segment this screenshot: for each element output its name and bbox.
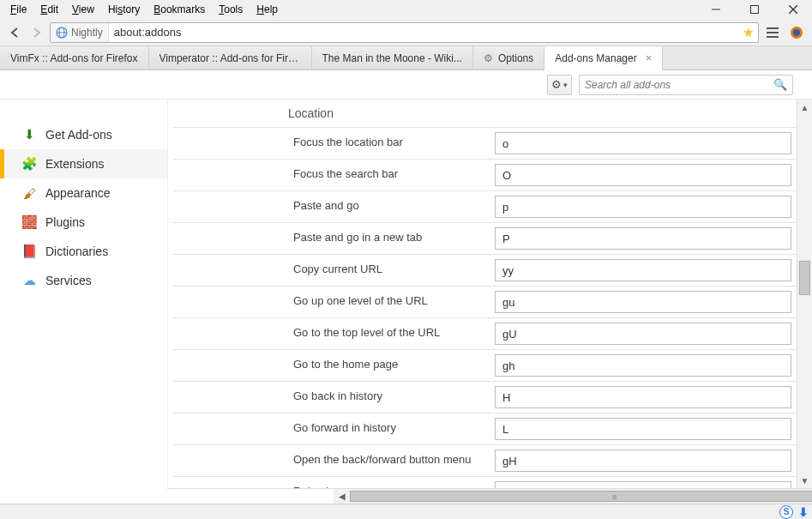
star-icon: ★ [743, 25, 754, 40]
status-bar: S ⬇ [0, 504, 812, 519]
shortcut-row: Go to the home page [173, 349, 797, 381]
menu-file[interactable]: File [3, 2, 33, 17]
tab-0[interactable]: VimFx :: Add-ons for Firefox [0, 46, 149, 69]
menu-bookmarks[interactable]: Bookmarks [147, 2, 212, 17]
scroll-thumb[interactable] [799, 261, 810, 295]
extensions-icon: 🧩 [21, 156, 37, 172]
download-arrow-icon[interactable]: ⬇ [798, 505, 809, 519]
hscroll-track[interactable]: ≡ [350, 489, 781, 504]
shortcut-input[interactable] [495, 196, 791, 218]
menu-view[interactable]: View [65, 2, 101, 17]
tab-strip: VimFx :: Add-ons for FirefoxVimperator :… [0, 46, 812, 70]
tab-label: Vimperator :: Add-ons for Fire... [159, 52, 301, 64]
shortcut-label: Go forward in history [173, 418, 495, 438]
tab-close-button[interactable]: × [646, 51, 653, 64]
shortcut-label: Reload [173, 481, 495, 488]
close-button[interactable] [773, 0, 812, 19]
gear-icon: ⚙ [484, 52, 493, 64]
gear-icon: ⚙ [551, 78, 562, 91]
menu-history[interactable]: History [101, 2, 147, 17]
menu-bar: File Edit View History Bookmarks Tools H… [0, 0, 812, 19]
shortcut-label: Paste and go [173, 196, 495, 216]
shortcut-input[interactable] [495, 323, 791, 345]
shortcut-row: Paste and go in a new tab [173, 222, 797, 254]
search-icon: 🔍 [773, 78, 787, 91]
tools-menu-button[interactable]: ⚙ ▾ [547, 75, 572, 95]
scroll-left-arrow-icon[interactable]: ◀ [334, 489, 350, 504]
sidebar-item-appearance[interactable]: 🖌Appearance [0, 178, 167, 208]
window-controls [696, 0, 812, 19]
shortcut-label: Open the back/forward button menu [173, 450, 495, 470]
vertical-scrollbar[interactable]: ▲ ▼ [797, 100, 812, 488]
sidebar-item-label: Plugins [45, 215, 85, 229]
horizontal-scrollbar-row: ◀ ≡ ▶ [167, 488, 812, 504]
menu-help[interactable]: Help [250, 2, 285, 17]
extension-toolbar-button[interactable] [786, 22, 807, 43]
shortcut-input[interactable] [495, 164, 791, 186]
shortcut-row: Go forward in history [173, 413, 797, 444]
shortcut-input[interactable] [495, 227, 791, 250]
globe-icon [56, 27, 68, 39]
url-input[interactable] [109, 23, 737, 42]
tab-label: VimFx :: Add-ons for Firefox [10, 52, 138, 64]
sidebar-item-get-add-ons[interactable]: ⬇Get Add-ons [0, 120, 167, 149]
scroll-up-arrow-icon[interactable]: ▲ [797, 100, 812, 115]
sidebar-item-extensions[interactable]: 🧩Extensions [0, 149, 167, 178]
shortcut-input[interactable] [495, 481, 791, 488]
search-addons-input[interactable] [585, 79, 773, 91]
minimize-button[interactable] [696, 0, 735, 19]
scroll-down-arrow-icon[interactable]: ▼ [797, 473, 812, 488]
shortcut-row: Open the back/forward button menu [173, 444, 797, 476]
identity-box[interactable]: Nightly [51, 23, 109, 42]
shortcut-row: Paste and go [173, 190, 797, 222]
shortcut-input[interactable] [495, 291, 791, 313]
shortcut-input[interactable] [495, 450, 791, 472]
shortcut-input[interactable] [495, 259, 791, 281]
close-icon [789, 5, 797, 14]
addons-sidebar: ⬇Get Add-ons🧩Extensions🖌Appearance🧱Plugi… [0, 100, 167, 504]
addons-detail-pane: Location Focus the location barFocus the… [167, 100, 812, 504]
scroll-track[interactable] [797, 115, 812, 473]
plugins-icon: 🧱 [21, 214, 37, 230]
section-heading: Location [168, 100, 797, 127]
hamburger-menu-button[interactable] [762, 22, 783, 43]
addons-header: ⚙ ▾ 🔍 [0, 70, 812, 100]
shortcut-input[interactable] [495, 132, 791, 154]
sidebar-item-label: Dictionaries [45, 244, 108, 258]
search-addons-field[interactable]: 🔍 [579, 75, 793, 95]
identity-label: Nightly [71, 27, 103, 39]
shortcut-input[interactable] [495, 386, 791, 408]
tab-2[interactable]: The Man in the Moone - Wiki... [312, 46, 473, 69]
minimize-icon [712, 5, 720, 14]
shortcut-input[interactable] [495, 354, 791, 377]
tab-4[interactable]: Add-ons Manager× [544, 46, 663, 70]
tab-label: Add-ons Manager [555, 52, 636, 64]
shortcut-label: Go back in history [173, 386, 495, 407]
sidebar-item-plugins[interactable]: 🧱Plugins [0, 208, 167, 237]
status-indicator[interactable]: S [779, 505, 793, 519]
menu-tools[interactable]: Tools [212, 2, 250, 17]
sidebar-item-dictionaries[interactable]: 📕Dictionaries [0, 237, 167, 266]
shortcut-row: Focus the location bar [173, 127, 797, 159]
sidebar-item-services[interactable]: ☁Services [0, 266, 167, 295]
shortcut-input[interactable] [495, 418, 791, 440]
sidebar-item-label: Appearance [45, 186, 111, 200]
tab-3[interactable]: ⚙Options [473, 46, 544, 69]
maximize-button[interactable] [735, 0, 773, 19]
shortcut-label: Focus the search bar [173, 164, 495, 184]
shortcut-label: Go to the home page [173, 354, 495, 375]
nav-toolbar: Nightly ★ [0, 19, 812, 46]
shortcut-label: Focus the location bar [173, 132, 495, 153]
firefox-icon [790, 26, 803, 39]
back-arrow-icon [9, 27, 21, 39]
tab-1[interactable]: Vimperator :: Add-ons for Fire... [149, 46, 312, 69]
shortcut-list: Focus the location barFocus the search b… [168, 127, 797, 488]
forward-button[interactable] [27, 23, 46, 42]
hscroll-thumb[interactable]: ≡ [350, 491, 812, 502]
menu-edit[interactable]: Edit [33, 2, 65, 17]
bookmark-star-button[interactable]: ★ [737, 25, 758, 40]
dictionaries-icon: 📕 [21, 244, 37, 259]
tab-label: The Man in the Moone - Wiki... [322, 52, 462, 64]
back-button[interactable] [5, 23, 24, 42]
shortcut-row: Go back in history [173, 381, 797, 413]
